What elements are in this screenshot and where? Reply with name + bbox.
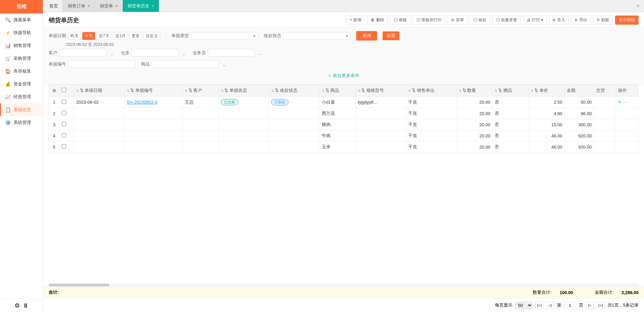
sidebar-item-system-mgmt[interactable]: ⚙️系统管理 [0,116,43,129]
collapse-btn[interactable]: ∧ 收起更多条件 [49,71,639,80]
pagination-bar: 每页显示 50100200 |◁ ◁ 第 页 ▷ ▷| 共1页，5条记录 [43,298,644,312]
col-header-doc_date[interactable]: ⇅ 单据日期 [74,85,125,97]
edit-action-btn[interactable]: ✎ [618,100,622,105]
tab-close-all[interactable]: ✕ [636,3,640,8]
query-button[interactable]: 查询 [356,31,377,41]
col-header-goods[interactable]: ⇅ 商品 [319,85,356,97]
batch-change-button[interactable]: ◎ 批量变更 [492,16,521,25]
more-action-btn[interactable]: ⋯ [623,100,627,105]
col-header-customer[interactable]: ⇅ 客户 [183,85,219,97]
settings-icon[interactable]: ⚙ [15,302,20,309]
tab-sales-history[interactable]: 销货单历史✕ [123,0,159,12]
abandon-button[interactable]: ⊘ 弃审 [447,16,467,25]
last-page-btn[interactable]: ▷| [597,301,605,309]
refresh-button[interactable]: ↻ 刷新 [593,16,613,25]
date-quick-近1月[interactable]: 近1月 [113,32,128,40]
date-quick-昨天[interactable]: 昨天 [68,32,81,40]
sidebar-item-sales-mgmt[interactable]: 📊销售管理 [0,39,43,52]
tab-close-sales-goods[interactable]: ✕ [115,4,118,8]
doc-number-input[interactable] [68,60,136,68]
goods-cell: 西兰花 [319,108,356,119]
col-header-doc_number[interactable]: ⇅ 单据编号 [124,85,183,97]
col-header-action: 操作 [616,85,638,97]
goods-input[interactable] [152,60,219,68]
col-header-payment_status[interactable]: ⇅ 收款状态 [269,85,320,97]
delete-button[interactable]: 🗑 删除 [367,16,388,25]
salesperson-picker-btn[interactable]: ... [257,50,264,56]
date-quick-近7天[interactable]: 近7天 [96,32,112,40]
customer-picker-btn[interactable]: ... [109,50,115,56]
tab-home[interactable]: 首页 [45,0,63,12]
audit-print-button[interactable]: ◎ 审核并打印 [413,16,445,25]
audit-button[interactable]: ◎ 审核 [390,16,411,25]
tab-sales-goods[interactable]: 销货单✕ [95,0,123,12]
payment-status-select[interactable] [283,32,351,40]
col-header-config: ⚙ [49,85,60,97]
filter-row-2: 客户 ... 仓库 ... 业务员 ... [49,49,639,57]
doc-type-label: 单据类型 [171,33,189,39]
collapse-icon[interactable]: ⏸ [23,302,29,309]
actions-cell: ✎ ⋯ [616,97,638,108]
spec-type-cell [356,130,406,141]
total-pages-text: 共1页，5条记录 [608,302,639,308]
show-detail-button[interactable]: 显示明细 [615,16,639,25]
payment-status-cell [269,119,320,130]
prev-page-btn[interactable]: ◁ [546,301,554,309]
row-checkbox[interactable] [62,144,66,149]
export-button[interactable]: ⊕ 导出 [571,16,591,25]
settings-button[interactable]: 设置 [383,31,399,40]
customer-input[interactable] [59,49,107,57]
import-button[interactable]: ⊕ 导入 [549,16,569,25]
date-quick-更多[interactable]: 更多 [129,32,142,40]
col-header-spec_type[interactable]: ⇅ 规格型号 [356,85,406,97]
sales-unit-cell: 千克 [406,141,457,153]
col-header-doc_status[interactable]: ⇅ 单据状态 [219,85,269,97]
first-page-btn[interactable]: |◁ [535,301,543,309]
sidebar-item-basic-info[interactable]: 📋基础信息 [0,103,43,116]
tab-sales-order[interactable]: 销售订单✕ [63,0,95,12]
doc-number-link[interactable]: SA-20230602-0 [127,100,158,105]
content-area: 销货单历史 + 新增🗑 删除◎ 审核◎ 审核并打印⊘ 弃审◎ 收款◎ 批量变更🖨… [43,12,644,312]
doc-type-select[interactable] [191,32,258,40]
warehouse-input[interactable] [132,49,179,57]
goods-picker-btn[interactable]: ... [221,61,228,68]
sidebar-item-search-menu[interactable]: 🔍搜索菜单 [0,14,43,26]
doc-date-cell [74,108,125,119]
actions-cell [616,130,638,141]
row-checkbox[interactable] [62,133,66,137]
table-config-icon[interactable]: ⚙ [52,88,56,93]
row-checkbox[interactable] [62,100,66,104]
date-quick-自定义[interactable]: 自定义 [143,32,160,40]
page-size-select[interactable]: 50100200 [515,302,533,309]
quantity-cell: 20.00 [456,141,493,153]
col-header-unit_price[interactable]: ⇅ 单价 [529,85,565,97]
col-header-gift[interactable]: ⇅ 赠品 [493,85,529,97]
sidebar-item-inventory-calc[interactable]: 🏠库存核算 [0,65,43,78]
col-header-amount: 金额 [564,85,594,97]
add-button[interactable]: + 新增 [346,16,365,25]
next-page-btn[interactable]: ▷ [586,301,594,309]
sidebar-item-quick-nav[interactable]: ⚡快捷导航 [0,26,43,39]
row-checkbox[interactable] [62,111,66,115]
actions-cell [616,141,638,153]
warehouse-picker-btn[interactable]: ... [181,50,188,56]
print-button[interactable]: 🖨 打印 ▾ [523,16,547,25]
sidebar-item-capital-mgmt[interactable]: 💰资金管理 [0,78,43,90]
tab-close-sales-order[interactable]: ✕ [87,4,90,8]
doc-date-cell: 2023-06-02 [74,97,125,108]
filter-row-date-range: 2023-06-02 至 2023-06-02 [66,41,639,48]
table-row: 12023-06-02SA-20230602-0王总已生效已收款小白菜tyjyj… [49,97,639,108]
date-quick-今天[interactable]: 今天 [82,32,95,40]
col-header-quantity[interactable]: ⇅ 数量 [456,85,493,97]
row-checkbox[interactable] [62,122,66,126]
col-header-sales_unit[interactable]: ⇅ 销售单位 [406,85,457,97]
page-number-input[interactable] [564,302,576,309]
basic-info-icon: 📋 [5,107,11,112]
horizontal-scrollbar[interactable] [49,284,639,286]
sidebar-item-purchase-mgmt[interactable]: 🛒采购管理 [0,52,43,65]
collect-button[interactable]: ◎ 收款 [470,16,490,25]
salesperson-input[interactable] [208,49,255,57]
tab-close-sales-history[interactable]: ✕ [151,4,154,8]
select-all-checkbox[interactable] [62,88,66,92]
sidebar-item-operation-mgmt[interactable]: 📈经营管理 [0,90,43,103]
